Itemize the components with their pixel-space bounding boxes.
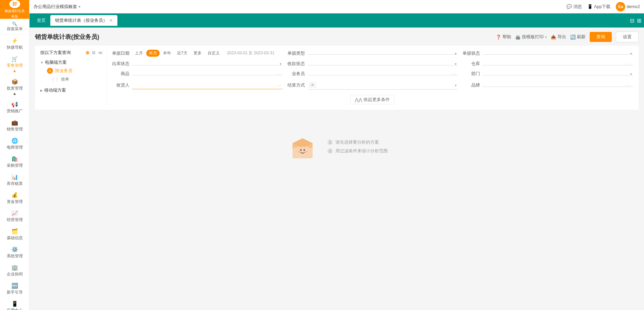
- sidebar-item-inventory[interactable]: 📊 库存核算: [0, 171, 29, 189]
- dept-control[interactable]: ▾: [483, 72, 633, 75]
- filter-field-dept: 部门 ▾: [462, 71, 633, 77]
- sidebar: 好 畅捷通好生意 标版 🔍 搜索菜单 ⚡ 快捷导航 🛒 零售管理 ▲ 📦 批发管…: [0, 0, 30, 310]
- salesman-select[interactable]: ···: [308, 72, 458, 75]
- finance-icon: 💰: [11, 192, 18, 198]
- wholesale-icon: 📦: [11, 79, 18, 85]
- mobile-scheme-group: ▶ 移动端方案: [40, 86, 103, 94]
- settings-btn[interactable]: 设置: [616, 32, 639, 42]
- empty-area: 1 请先选择要分析的方案 2 用过滤条件来缩小分析范围: [35, 110, 639, 184]
- recvstatus-control[interactable]: ▾: [308, 62, 458, 65]
- minimize-btn[interactable]: ⊟: [630, 17, 634, 24]
- enterprise-icon: 🏢: [11, 264, 18, 271]
- consignee-control[interactable]: ···: [132, 81, 283, 89]
- brand-control[interactable]: ···: [483, 84, 633, 87]
- left-panel-header: 按以下方案查询 ⊕ ⚙ ≪: [40, 50, 103, 56]
- docstatus-select[interactable]: ▾: [483, 52, 633, 55]
- svg-point-8: [305, 151, 307, 153]
- topbar-title: 办公用品行业模拟账套 ▾: [34, 4, 567, 10]
- collapse-scheme-btn[interactable]: ≪: [98, 50, 103, 55]
- filter-row-3: 商品 ··· 业务员: [111, 71, 633, 77]
- sidebar-item-retail[interactable]: 🛒 零售管理 ▲: [0, 53, 29, 76]
- scheme-sub-item-order[interactable]: ⋮⋮ 按单: [40, 75, 103, 84]
- date-range-text: 2023-03-01 至 2023-03-31: [227, 50, 274, 56]
- sidebar-item-system[interactable]: ⚙️ 系统管理: [0, 244, 29, 262]
- filter-field-doctype: 单据类型 ▾: [287, 50, 458, 56]
- tab-sales-stat[interactable]: 销货单统计表（按业务员） ✕: [50, 15, 117, 26]
- refresh-btn[interactable]: 🔄 刷新: [570, 34, 586, 40]
- user-profile-btn[interactable]: Ea demo2: [616, 2, 640, 11]
- sidebar-item-sales[interactable]: 💼 销售管理: [0, 117, 29, 135]
- warehouse-dots-icon: ···: [626, 61, 632, 66]
- sidebar-item-quicknav[interactable]: ⚡ 快捷导航: [0, 35, 29, 53]
- sidebar-item-marketing[interactable]: 📢 营销推广: [0, 99, 29, 117]
- empty-svg-icon: [286, 130, 319, 163]
- right-panel: 单据日期 上月 本月 本年 近7天 更多 自定义: [111, 50, 633, 106]
- docstatus-control[interactable]: ▾: [483, 52, 633, 55]
- app-logo: 好 畅捷通好生意 标版: [0, 0, 30, 19]
- dept-chevron-icon: ▾: [630, 72, 632, 76]
- collapse-btn[interactable]: ⋀⋀ 收起更多条件: [351, 95, 394, 104]
- sidebar-item-purchase[interactable]: 🛍️ 采购管理: [0, 153, 29, 171]
- query-btn[interactable]: 查询: [590, 32, 612, 42]
- date-tab-custom[interactable]: 自定义: [205, 50, 222, 57]
- date-tab-last-month[interactable]: 上月: [132, 50, 146, 57]
- maximize-btn[interactable]: ⊞: [637, 17, 641, 24]
- outstatus-select[interactable]: ▾: [132, 62, 283, 65]
- sidebar-item-basics[interactable]: 🗂️ 基础信息: [0, 225, 29, 244]
- sidebar-item-finance[interactable]: 💰 资金管理: [0, 189, 29, 207]
- recvstatus-select[interactable]: ▾: [308, 62, 458, 65]
- date-tab-this-year[interactable]: 本年: [160, 50, 174, 57]
- date-tab-this-month[interactable]: 本月: [146, 50, 160, 57]
- tab-home[interactable]: 首页: [32, 15, 50, 26]
- print-dropdown-icon[interactable]: ▾: [545, 35, 547, 39]
- topbar-dropdown[interactable]: ▾: [78, 4, 80, 9]
- settlement-tag-close[interactable]: ✕: [311, 83, 314, 87]
- svg-point-7: [298, 151, 301, 153]
- date-tab-last7[interactable]: 近7天: [174, 50, 190, 57]
- outstatus-control[interactable]: ▾: [132, 62, 283, 65]
- doctype-select[interactable]: ▾: [308, 52, 458, 55]
- settings-scheme-btn[interactable]: ⚙: [92, 50, 96, 55]
- message-icon: 💬: [567, 4, 572, 9]
- date-tab-more[interactable]: 更多: [191, 50, 204, 57]
- add-scheme-btn[interactable]: ⊕: [86, 50, 90, 55]
- left-panel: 按以下方案查询 ⊕ ⚙ ≪ ▼ 电脑端方案 人: [40, 50, 107, 106]
- date-control: 上月 本月 本年 近7天 更多 自定义 2023-03-01 至 2023-03…: [132, 50, 283, 57]
- warehouse-control[interactable]: ···: [483, 62, 633, 65]
- sidebar-item-operations[interactable]: 📈 经营管理: [0, 207, 29, 225]
- system-icon: ⚙️: [11, 246, 18, 253]
- sidebar-item-enterprise[interactable]: 🏢 企业协同: [0, 262, 29, 280]
- help-btn[interactable]: ❓ 帮助: [496, 34, 511, 40]
- logo-subtext: 标版: [11, 14, 18, 19]
- consignee-input[interactable]: [132, 81, 283, 89]
- dept-select[interactable]: ▾: [483, 72, 633, 75]
- filter-field-brand: 品牌 ···: [462, 82, 633, 88]
- app-download-btn[interactable]: 📱 App下载: [587, 4, 610, 10]
- sidebar-item-ecommerce[interactable]: 🌐 电商管理: [0, 135, 29, 153]
- scheme-item-salesman[interactable]: 人 按业务员: [40, 66, 103, 75]
- brand-select[interactable]: ···: [483, 84, 633, 87]
- desktop-scheme-arrow: ▼: [40, 61, 44, 64]
- settlement-select[interactable]: ✕ ▾: [308, 81, 458, 90]
- sales-icon: 💼: [11, 119, 18, 126]
- settlement-control[interactable]: ✕ ▾: [308, 81, 458, 90]
- topbar: 办公用品行业模拟账套 ▾ 💬 消息 📱 App下载 Ea demo2: [30, 0, 644, 13]
- mobile-scheme-header[interactable]: ▶ 移动端方案: [40, 86, 103, 94]
- goods-control[interactable]: ···: [132, 72, 283, 75]
- sidebar-item-wholesale[interactable]: 📦 批发管理 ▲: [0, 76, 29, 99]
- salesman-control[interactable]: ···: [308, 72, 458, 75]
- sidebar-item-newuser[interactable]: 🆕 新手引导: [0, 280, 29, 298]
- purchase-icon: 🛍️: [11, 156, 18, 162]
- print-btn[interactable]: 🖨️ 按模板打印 ▾: [515, 34, 547, 40]
- export-btn[interactable]: 📤 导出: [551, 34, 566, 40]
- filter-field-docstatus: 单据状态 ▾: [462, 50, 633, 56]
- goods-select[interactable]: ···: [132, 72, 283, 75]
- quicknav-icon: ⚡: [11, 38, 18, 44]
- doctype-control[interactable]: ▾: [308, 52, 458, 55]
- sidebar-search[interactable]: 🔍 搜索菜单: [0, 19, 29, 35]
- sidebar-item-appcenter[interactable]: 📱 应用中心: [0, 298, 29, 310]
- desktop-scheme-header[interactable]: ▼ 电脑端方案: [40, 58, 103, 66]
- message-btn[interactable]: 💬 消息: [567, 4, 582, 10]
- warehouse-select[interactable]: ···: [483, 62, 633, 65]
- tab-close-btn[interactable]: ✕: [109, 18, 113, 23]
